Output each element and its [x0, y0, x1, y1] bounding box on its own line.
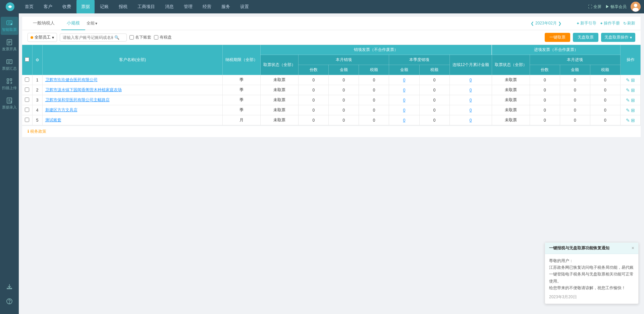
manual-link[interactable]: ✦ 操作手册	[600, 20, 620, 26]
row-tax-period: 季	[223, 75, 261, 85]
search-icon[interactable]: 🔍	[114, 35, 119, 40]
nav-invoice[interactable]: 票据	[76, 0, 95, 13]
sidebar-label-entry: 票据录入	[2, 105, 17, 110]
nav-bookkeeping[interactable]: 记账	[95, 0, 113, 13]
tax-footer[interactable]: ℹ 税务政策	[22, 126, 641, 137]
no-disk-ticket-btn[interactable]: 无盘取票	[573, 33, 598, 42]
sidebar-download[interactable]	[1, 280, 18, 293]
th-purchase-month-amount: 金额	[560, 65, 590, 75]
select-all-checkbox[interactable]	[25, 57, 29, 62]
th-purchase-month-count: 份数	[530, 65, 560, 75]
row-checkbox[interactable]	[22, 85, 32, 95]
has-tax-disk-filter[interactable]: 有税盘	[154, 35, 172, 40]
row-sale-month-amount: 0	[329, 85, 359, 95]
row-purchase-month-amount: 0	[560, 95, 590, 105]
no-disk-ops-btn[interactable]: 无盘取票操作 ▾	[601, 33, 635, 42]
tab-omnipotent[interactable]: 全能 ▾	[87, 20, 97, 26]
tab-small-scale[interactable]: 小规模	[61, 17, 85, 30]
detail-icon[interactable]: ⊞	[631, 108, 635, 113]
row-sale-12m: 0	[449, 115, 492, 125]
nav-home[interactable]: 首页	[20, 0, 38, 13]
row-checkbox[interactable]	[22, 95, 32, 105]
row-sale-month-tax: 0	[359, 105, 389, 115]
user-avatar[interactable]	[631, 2, 641, 12]
sidebar-item-summary[interactable]: 票据汇总	[1, 56, 18, 74]
tax-policy-link[interactable]: 税务政策	[30, 129, 46, 134]
row-sale-month-tax: 0	[359, 95, 389, 105]
row-sale-12m: 0	[449, 95, 492, 105]
new-guide-link[interactable]: ✦ 新手引导	[576, 20, 596, 26]
row-sale-status: 未取票	[261, 115, 299, 125]
top-nav-right: ⛶ 全屏 ▶ 畅享会员	[588, 2, 641, 12]
nav-prev-month[interactable]: ❮	[531, 21, 534, 26]
row-purchase-month-count: 0	[530, 75, 560, 85]
settings-icon[interactable]: ⚙	[36, 58, 39, 62]
sub-account-filter[interactable]: 名下账套	[129, 35, 151, 40]
search-input[interactable]	[63, 35, 113, 40]
nav-message[interactable]: 消息	[160, 0, 178, 13]
client-name-filter[interactable]: 客户名称(全部)	[119, 57, 146, 63]
th-checkbox	[22, 45, 32, 75]
sidebar-item-issue-invoice[interactable]: 发票开具	[1, 36, 18, 54]
tab-general-taxpayer[interactable]: 一般纳税人	[28, 17, 60, 30]
row-index: 1	[32, 75, 42, 85]
fullscreen-btn[interactable]: ⛶ 全屏	[588, 4, 601, 10]
nav-fee[interactable]: 收费	[58, 0, 76, 13]
row-sale-12m: 0	[449, 75, 492, 85]
sidebar-item-entry[interactable]: 票据录入	[1, 95, 18, 113]
row-tax-period: 月	[223, 115, 261, 125]
row-client-name: 新建区方方文具店	[42, 105, 223, 115]
member-btn[interactable]: ▶ 畅享会员	[605, 4, 627, 10]
notification-close-btn[interactable]: ×	[632, 245, 634, 251]
row-client-name: 卫辉市玖玖健合医药有限公司	[42, 75, 223, 85]
sidebar-item-smart-ticket[interactable]: 智能取票	[1, 17, 18, 35]
nav-tax[interactable]: 报税	[114, 0, 132, 13]
sub-account-checkbox[interactable]	[129, 35, 134, 40]
detail-icon[interactable]: ⊞	[631, 98, 635, 103]
edit-icon[interactable]: ✎	[626, 98, 630, 103]
row-sale-quarter-tax: 0	[419, 105, 449, 115]
svg-rect-10	[10, 79, 12, 80]
nav-manage[interactable]: 管理	[179, 0, 197, 13]
th-purchase-status: 取票状态（全部）	[492, 55, 530, 75]
svg-point-1	[9, 6, 11, 8]
edit-icon[interactable]: ✎	[626, 108, 630, 113]
detail-icon[interactable]: ⊞	[631, 118, 635, 123]
employee-filter[interactable]: 全部员工 ▾	[28, 33, 57, 42]
edit-icon[interactable]: ✎	[626, 77, 630, 83]
detail-icon[interactable]: ⊞	[631, 77, 635, 83]
row-purchase-month-count: 0	[530, 95, 560, 105]
nav-settings[interactable]: 设置	[235, 0, 254, 13]
th-sale-quarter-amount: 金额	[389, 65, 419, 75]
row-checkbox[interactable]	[22, 115, 32, 125]
one-click-ticket-btn[interactable]: 一键取票	[545, 33, 570, 42]
sidebar-help[interactable]	[1, 295, 18, 307]
row-sale-12m: 0	[449, 85, 492, 95]
nav-service[interactable]: 服务	[217, 0, 235, 13]
svg-rect-11	[7, 82, 9, 83]
nav-client[interactable]: 客户	[39, 0, 57, 13]
table-row: 3 卫辉市保和堂医药有限公司主幅路店 季 未取票 0 0 0 0 0 0 未取票…	[22, 95, 641, 105]
th-sale-quarter: 本季度销项	[389, 55, 449, 65]
detail-icon[interactable]: ⊞	[631, 87, 635, 93]
row-index: 2	[32, 85, 42, 95]
row-client-name: 卫辉市保和堂医药有限公司主幅路店	[42, 95, 223, 105]
row-sale-quarter-amount: 0	[389, 75, 419, 85]
sidebar-item-scan[interactable]: 扫描上传	[1, 75, 18, 93]
row-sale-quarter-amount: 0	[389, 115, 419, 125]
edit-icon[interactable]: ✎	[626, 87, 630, 93]
nav-business2[interactable]: 经营	[198, 0, 216, 13]
row-checkbox[interactable]	[22, 105, 32, 115]
edit-icon[interactable]: ✎	[626, 118, 630, 123]
refresh-link[interactable]: ↻ 刷新	[623, 20, 635, 26]
sidebar-bottom	[1, 280, 18, 314]
row-index: 3	[32, 95, 42, 105]
has-tax-disk-checkbox[interactable]	[154, 35, 158, 40]
nav-business[interactable]: 工商项目	[133, 0, 160, 13]
th-sale-12m: 连续12个月累计金额	[449, 55, 492, 75]
row-index: 5	[32, 115, 42, 125]
table-row: 2 卫辉市汲水镇下园闻香阁营木种植家庭农场 季 未取票 0 0 0 0 0 0 …	[22, 85, 641, 95]
th-sale-month-count: 份数	[299, 65, 329, 75]
row-checkbox[interactable]	[22, 75, 32, 85]
nav-next-month[interactable]: ❯	[558, 21, 561, 26]
